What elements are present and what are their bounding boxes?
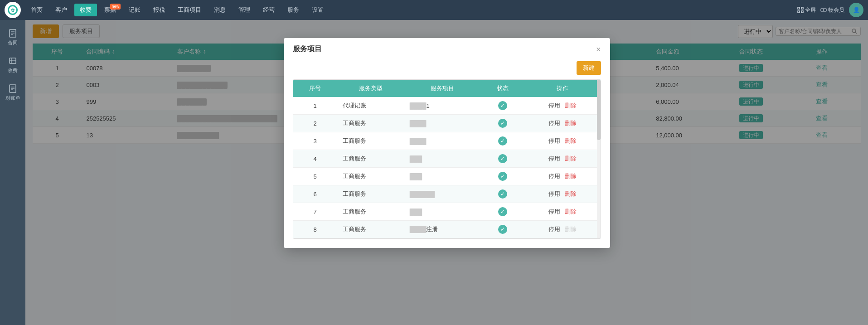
contract-icon [8,28,18,38]
nav-home[interactable]: 首页 [25,4,48,16]
delete-button[interactable]: 删除 [565,102,577,109]
delete-button[interactable]: 删除 [565,120,577,126]
modal-col-item: 服务项目 [404,80,481,97]
modal-cell-action: 停用 删除 [525,185,601,203]
new-badge: new [110,4,121,10]
modal-col-seq: 序号 [293,80,337,97]
stop-button[interactable]: 停用 [548,226,560,233]
nav-service[interactable]: 服务 [282,4,305,16]
fullscreen-icon [797,7,804,13]
status-check-icon: ✓ [498,119,507,128]
svg-rect-3 [801,11,803,13]
delete-button[interactable]: 删除 [565,155,577,162]
nav-invoice[interactable]: 票据 new [99,4,121,16]
sidebar-item-statement[interactable]: 对账单 [1,80,24,105]
delete-button[interactable]: 删除 [565,190,577,197]
stop-button[interactable]: 停用 [548,155,560,162]
modal-cell-action: 停用 删除 [525,97,601,115]
modal-cell-item: ████ [404,115,481,132]
modal-cell-item: ████1 [404,97,481,115]
top-navigation: ✿ 首页 客户 收费 票据 new 记账 报税 工商项目 消息 管理 经营 服务… [0,0,868,20]
modal-col-type: 服务类型 [337,80,404,97]
modal-cell-type: 代理记账 [337,97,404,115]
list-item: 8 工商服务 ████注册 ✓ 停用 删除 [293,221,601,238]
modal-table: 序号 服务类型 服务项目 状态 操作 1 代理记账 ████1 ✓ [293,80,601,238]
modal-table-header: 序号 服务类型 服务项目 状态 操作 [293,80,601,97]
nav-manage[interactable]: 管理 [233,4,256,16]
service-items-modal: 服务项目 × 新建 序号 服务类型 服务项目 状态 操作 [284,38,610,248]
list-item: 1 代理记账 ████1 ✓ 停用 删除 [293,97,601,115]
app-logo[interactable]: ✿ [5,2,21,18]
nav-customer[interactable]: 客户 [50,4,73,16]
top-right-tools: 全屏 畅会员 👤 [797,3,863,17]
modal-cell-action: 停用 删除 [525,168,601,185]
modal-cell-status: ✓ [481,203,525,221]
modal-cell-item: ████ [404,132,481,150]
user-avatar[interactable]: 👤 [849,3,863,17]
modal-table-wrap: 序号 服务类型 服务项目 状态 操作 1 代理记账 ████1 ✓ [293,79,601,239]
nav-settings[interactable]: 设置 [306,4,329,16]
status-check-icon: ✓ [498,136,507,146]
modal-cell-item: ████注册 [404,221,481,238]
modal-cell-item: ███ [404,203,481,221]
scrollbar-track[interactable] [597,80,601,238]
modal-cell-type: 工商服务 [337,132,404,150]
modal-overlay[interactable]: 服务项目 × 新建 序号 服务类型 服务项目 状态 操作 [25,20,868,325]
modal-cell-status: ✓ [481,150,525,168]
modal-cell-type: 工商服务 [337,221,404,238]
modal-cell-action: 停用 删除 [525,203,601,221]
scrollbar-thumb[interactable] [597,80,601,140]
fullscreen-btn[interactable]: 全屏 [797,6,816,14]
status-check-icon: ✓ [498,207,507,216]
vip-btn[interactable]: 畅会员 [820,6,844,14]
modal-cell-seq: 6 [293,185,337,203]
modal-cell-status: ✓ [481,115,525,132]
nav-message[interactable]: 消息 [209,4,231,16]
modal-cell-item: ███ [404,168,481,185]
delete-button[interactable]: 删除 [565,226,577,233]
modal-cell-action: 停用 删除 [525,150,601,168]
delete-button[interactable]: 删除 [565,208,577,215]
sidebar-item-billing[interactable]: 收费 [1,52,24,78]
modal-cell-item: ███ [404,150,481,168]
svg-rect-2 [798,11,800,13]
billing-icon [8,56,18,66]
modal-cell-item: ██████ [404,185,481,203]
sidebar-item-contract[interactable]: 合同 [1,24,24,50]
nav-operation[interactable]: 经营 [257,4,280,16]
modal-cell-seq: 4 [293,150,337,168]
nav-bookkeeping[interactable]: 记账 [123,4,146,16]
status-check-icon: ✓ [498,172,507,181]
modal-cell-seq: 8 [293,221,337,238]
svg-point-5 [823,10,824,11]
status-check-icon: ✓ [498,189,507,199]
modal-cell-seq: 2 [293,115,337,132]
modal-title: 服务项目 [293,44,322,54]
stop-button[interactable]: 停用 [548,173,560,179]
delete-button[interactable]: 删除 [565,173,577,179]
svg-rect-0 [798,7,800,9]
stop-button[interactable]: 停用 [548,137,560,144]
modal-col-status: 状态 [481,80,525,97]
logo-text: ✿ [11,8,15,13]
modal-close-button[interactable]: × [596,45,601,53]
statement-icon [8,83,18,93]
modal-cell-type: 工商服务 [337,168,404,185]
modal-cell-seq: 5 [293,168,337,185]
nav-billing[interactable]: 收费 [74,4,97,16]
nav-business[interactable]: 工商项目 [172,4,207,16]
delete-button[interactable]: 删除 [565,137,577,144]
modal-cell-seq: 7 [293,203,337,221]
stop-button[interactable]: 停用 [548,102,560,109]
stop-button[interactable]: 停用 [548,120,560,126]
modal-cell-type: 工商服务 [337,185,404,203]
new-service-button[interactable]: 新建 [577,61,601,75]
list-item: 6 工商服务 ██████ ✓ 停用 删除 [293,185,601,203]
modal-cell-seq: 3 [293,132,337,150]
nav-items: 首页 客户 收费 票据 new 记账 报税 工商项目 消息 管理 经营 服务 设… [25,4,797,16]
stop-button[interactable]: 停用 [548,190,560,197]
nav-tax[interactable]: 报税 [148,4,170,16]
modal-table-body: 1 代理记账 ████1 ✓ 停用 删除 2 工商服务 [293,97,601,238]
modal-toolbar: 新建 [293,58,601,75]
stop-button[interactable]: 停用 [548,208,560,215]
